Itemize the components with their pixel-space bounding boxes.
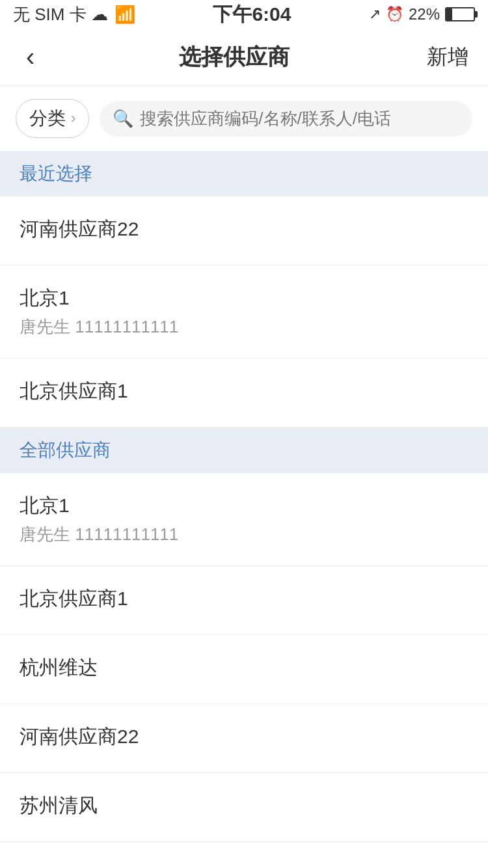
sim-status: 无 SIM 卡 ☁ <box>13 3 108 26</box>
back-button[interactable]: ‹ <box>20 36 41 78</box>
search-input[interactable] <box>140 109 459 129</box>
status-time: 下午6:04 <box>213 1 291 28</box>
recent-list: 河南供应商22北京1唐先生 11111111111北京供应商1 <box>0 197 488 427</box>
status-right: ↗ ⏰ 22% <box>369 5 475 23</box>
search-bar: 🔍 <box>100 101 472 137</box>
all-section-label: 全部供应商 <box>20 440 111 460</box>
filter-bar: 分类 › 🔍 <box>0 86 488 151</box>
list-item[interactable]: 苏州清风 <box>0 773 488 842</box>
add-button[interactable]: 新增 <box>427 43 468 72</box>
chevron-right-icon: › <box>71 110 75 127</box>
item-name: 北京供应商1 <box>20 586 468 612</box>
battery-percent: 22% <box>409 5 440 23</box>
status-bar: 无 SIM 卡 ☁ 📶 下午6:04 ↗ ⏰ 22% <box>0 0 488 29</box>
search-icon: 🔍 <box>113 109 133 129</box>
item-name: 河南供应商22 <box>20 724 468 750</box>
item-name: 北京1 <box>20 285 468 312</box>
battery-icon <box>445 7 475 21</box>
list-item[interactable]: 北京1唐先生 11111111111 <box>0 265 488 359</box>
item-name: 北京1 <box>20 493 468 519</box>
all-list: 北京1唐先生 11111111111北京供应商1杭州维达河南供应商22苏州清风 <box>0 473 488 842</box>
item-detail: 唐先生 11111111111 <box>20 316 468 338</box>
list-item[interactable]: 北京供应商1 <box>0 359 488 427</box>
wifi-icon: 📶 <box>115 5 135 25</box>
list-item[interactable]: 河南供应商22 <box>0 704 488 773</box>
page-title: 选择供应商 <box>179 42 290 72</box>
list-item[interactable]: 杭州维达 <box>0 635 488 704</box>
item-detail: 唐先生 11111111111 <box>20 523 468 546</box>
location-icon: ↗ <box>369 6 381 23</box>
recent-section-header: 最近选择 <box>0 151 488 197</box>
all-section-header: 全部供应商 <box>0 427 488 473</box>
list-item[interactable]: 河南供应商22 <box>0 197 488 265</box>
recent-section-label: 最近选择 <box>20 163 92 183</box>
list-item[interactable]: 北京1唐先生 11111111111 <box>0 473 488 566</box>
item-name: 北京供应商1 <box>20 378 468 405</box>
status-left: 无 SIM 卡 ☁ 📶 <box>13 3 135 26</box>
alarm-icon: ⏰ <box>386 6 403 23</box>
category-label: 分类 <box>29 106 66 131</box>
item-name: 河南供应商22 <box>20 216 468 243</box>
list-item[interactable]: 北京供应商1 <box>0 566 488 635</box>
item-name: 杭州维达 <box>20 655 468 681</box>
nav-bar: ‹ 选择供应商 新增 <box>0 29 488 86</box>
item-name: 苏州清风 <box>20 793 468 819</box>
category-button[interactable]: 分类 › <box>16 99 89 138</box>
